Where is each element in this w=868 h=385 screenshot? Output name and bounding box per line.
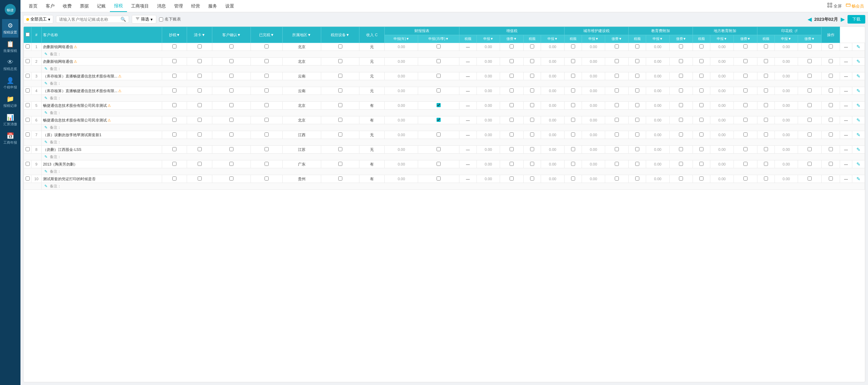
client-confirm-check-2[interactable] <box>229 74 233 78</box>
cs-dec-check-5[interactable] <box>615 118 619 122</box>
copy-tax-check-6[interactable] <box>172 132 176 137</box>
dfjy-dec-check-3[interactable] <box>743 88 748 92</box>
caibao-year-check-9[interactable] <box>437 176 441 181</box>
dfjy-pay-check-1[interactable] <box>764 59 768 63</box>
cs-pay-check-2[interactable] <box>635 74 639 78</box>
yhs-pay-check-1[interactable] <box>829 59 833 63</box>
employee-filter[interactable]: 全部员工 ▾ <box>23 15 53 24</box>
yhs-dec-check-4[interactable] <box>808 103 812 107</box>
sidebar-item-tax-view[interactable]: 👁报税总览 <box>2 56 18 74</box>
row-checkbox-5[interactable] <box>26 118 30 122</box>
clear-card-check-1[interactable] <box>198 59 202 63</box>
jy-pay-check-2[interactable] <box>699 74 703 78</box>
nav-item-收费[interactable]: 收费 <box>59 0 76 12</box>
caibao-year-check-6[interactable] <box>437 132 441 137</box>
yhs-dec-check-8[interactable] <box>808 162 812 166</box>
client-confirm-check-7[interactable] <box>229 147 233 151</box>
remark-edit-icon[interactable]: ✎ <box>44 169 47 173</box>
edit-icon-2[interactable]: ✎ <box>856 73 860 79</box>
edit-icon-8[interactable]: ✎ <box>856 161 860 167</box>
clear-card-check-7[interactable] <box>198 147 202 151</box>
sidebar-item-personal-tax[interactable]: 👤个税申报 <box>2 74 18 92</box>
nav-item-记账[interactable]: 记账 <box>93 0 110 12</box>
copy-tax-check-4[interactable] <box>172 103 176 107</box>
tax-device-check-6[interactable] <box>338 132 342 137</box>
row-checkbox-9[interactable] <box>26 176 30 181</box>
jy-pay-check-6[interactable] <box>699 132 703 137</box>
zzs-dec2-check-2[interactable] <box>571 74 575 78</box>
yhs-pay-check-0[interactable] <box>829 44 833 48</box>
zzs-dec2-check-0[interactable] <box>571 44 575 48</box>
paid-tax-check-9[interactable] <box>265 176 269 181</box>
yhs-dec-check-0[interactable] <box>808 44 812 48</box>
sidebar-item-tax-settings[interactable]: ⚙报税设置 <box>2 19 18 38</box>
fullscreen-btn[interactable]: 全屏 <box>827 3 841 9</box>
cs-pay-check-1[interactable] <box>635 59 639 63</box>
zzs-dec-check-3[interactable] <box>510 88 514 92</box>
dfjy-dec-check-4[interactable] <box>743 103 748 107</box>
tax-device-check-3[interactable] <box>338 88 342 92</box>
jy-pay-check-0[interactable] <box>699 44 703 48</box>
yhs-dec-check-3[interactable] <box>808 88 812 92</box>
yhs-dec-check-6[interactable] <box>808 132 812 137</box>
cs-pay-check-5[interactable] <box>635 118 639 122</box>
copy-tax-check-3[interactable] <box>172 88 176 92</box>
tax-device-check-1[interactable] <box>338 59 342 63</box>
search-icon[interactable]: 🔍 <box>120 17 126 22</box>
cs-dec-check-1[interactable] <box>615 59 619 63</box>
cs-pay-check-0[interactable] <box>635 44 639 48</box>
row-checkbox-6[interactable] <box>26 132 30 137</box>
jy-dec-check-6[interactable] <box>679 132 683 137</box>
sidebar-item-summary[interactable]: 📊汇算清缴 <box>2 111 18 129</box>
yhs-pay-check-3[interactable] <box>829 88 833 92</box>
dfjy-pay-check-4[interactable] <box>764 103 768 107</box>
dfjy-dec-check-7[interactable] <box>743 147 748 151</box>
tax-device-check-5[interactable] <box>338 118 342 122</box>
paid-tax-check-7[interactable] <box>265 147 269 151</box>
jy-dec-check-2[interactable] <box>679 74 683 78</box>
caibao-year-check-8[interactable] <box>437 162 441 166</box>
jy-dec-check-7[interactable] <box>679 147 683 151</box>
zzs-pay-check-9[interactable] <box>530 176 534 181</box>
tax-device-check-9[interactable] <box>338 176 342 181</box>
edit-icon-0[interactable]: ✎ <box>856 44 860 49</box>
edit-icon-9[interactable]: ✎ <box>856 176 860 182</box>
jy-pay-check-4[interactable] <box>699 103 703 107</box>
nav-item-报税[interactable]: 报税 <box>110 0 127 12</box>
client-confirm-check-0[interactable] <box>229 44 233 48</box>
zzs-dec-check-2[interactable] <box>510 74 514 78</box>
jy-dec-check-4[interactable] <box>679 103 683 107</box>
zzs-dec-check-7[interactable] <box>510 147 514 151</box>
tax-device-check-2[interactable] <box>338 74 342 78</box>
remark-edit-icon[interactable]: ✎ <box>44 52 47 56</box>
search-input[interactable] <box>59 17 120 22</box>
dfjy-dec-check-8[interactable] <box>743 162 748 166</box>
dfjy-dec-check-5[interactable] <box>743 118 748 122</box>
cs-dec-check-8[interactable] <box>615 162 619 166</box>
edit-icon-6[interactable]: ✎ <box>856 132 860 138</box>
warn-icon[interactable]: ⚠ <box>108 118 111 122</box>
dfjy-pay-check-5[interactable] <box>764 118 768 122</box>
dfjy-pay-check-2[interactable] <box>764 74 768 78</box>
edit-icon-7[interactable]: ✎ <box>856 147 860 152</box>
clear-card-check-9[interactable] <box>198 176 202 181</box>
zzs-dec2-check-1[interactable] <box>571 59 575 63</box>
nav-item-设置[interactable]: 设置 <box>221 0 238 12</box>
dfjy-pay-check-3[interactable] <box>764 88 768 92</box>
nav-item-工商项目[interactable]: 工商项目 <box>127 0 153 12</box>
jy-dec-check-3[interactable] <box>679 88 683 92</box>
row-checkbox-4[interactable] <box>26 103 30 107</box>
nav-item-经营[interactable]: 经营 <box>187 0 204 12</box>
zzs-dec2-check-8[interactable] <box>571 162 575 166</box>
row-checkbox-3[interactable] <box>26 88 30 92</box>
cs-pay-check-8[interactable] <box>635 162 639 166</box>
edit-icon-5[interactable]: ✎ <box>856 117 860 123</box>
cs-pay-check-3[interactable] <box>635 88 639 92</box>
sidebar-item-tax-records[interactable]: 📁报税记录 <box>2 92 18 111</box>
nav-item-管理[interactable]: 管理 <box>170 0 187 12</box>
zzs-pay-check-5[interactable] <box>530 118 534 122</box>
yhs-pay-check-5[interactable] <box>829 118 833 122</box>
client-confirm-check-3[interactable] <box>229 88 233 92</box>
caibao-year-check-2[interactable] <box>437 74 441 78</box>
yhs-pay-check-6[interactable] <box>829 132 833 137</box>
